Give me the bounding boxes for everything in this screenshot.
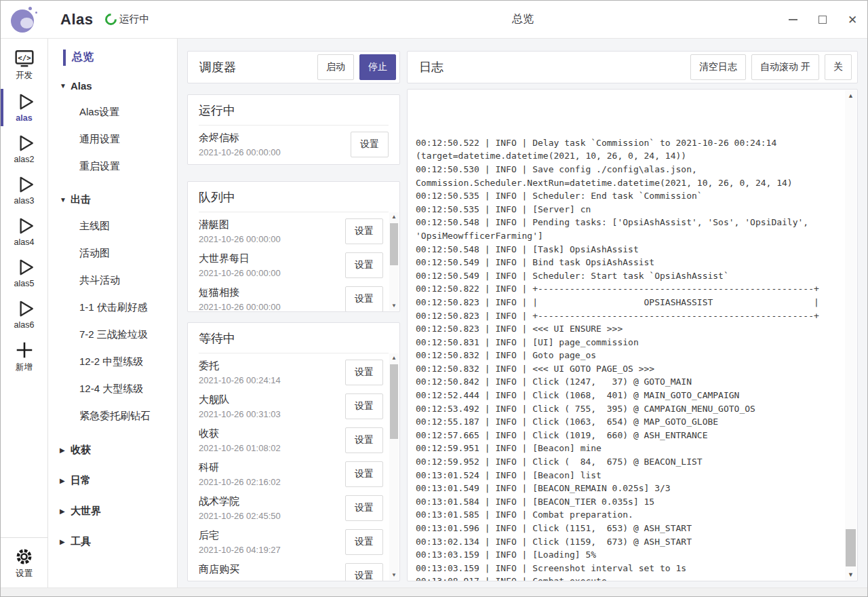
- autoscroll-off-button[interactable]: 关: [825, 54, 852, 80]
- task-setting-button[interactable]: 设置: [345, 252, 383, 278]
- rail-item-label: alas6: [14, 320, 35, 330]
- task-setting-button[interactable]: 设置: [345, 427, 383, 453]
- pending-title: 队列中: [188, 182, 399, 212]
- log-line: 00:13:01.549 | INFO | [BEACON_REMAIN 0.0…: [416, 482, 845, 495]
- close-icon: ✕: [848, 14, 857, 26]
- rail-settings-item[interactable]: 设置: [1, 542, 47, 586]
- instance-rail: </> 开发 alas alas2 alas3 alas4: [1, 39, 48, 588]
- menu-group-header[interactable]: ▼ Alas: [48, 73, 177, 98]
- plus-icon: [14, 340, 35, 360]
- menu-group-header[interactable]: ▶ 日常: [48, 470, 177, 490]
- task-setting-button[interactable]: 设置: [351, 132, 389, 157]
- rail-instance-item[interactable]: alas2: [1, 129, 47, 169]
- rail-item-label: 新增: [16, 362, 33, 373]
- close-button[interactable]: ✕: [837, 1, 867, 39]
- log-title: 日志: [419, 59, 690, 75]
- menu-item[interactable]: 7-2 三战捡垃圾: [48, 321, 177, 348]
- clear-log-button[interactable]: 清空日志: [690, 54, 746, 80]
- start-button[interactable]: 启动: [317, 54, 354, 80]
- rail-instance-item[interactable]: alas6: [1, 294, 47, 334]
- play-icon: [14, 92, 35, 112]
- play-icon: [14, 257, 35, 277]
- app-title: Alas: [60, 11, 93, 28]
- rail-instance-item[interactable]: alas5: [1, 253, 47, 293]
- log-line: 00:13:03.159 | INFO | Screenshot interva…: [416, 562, 845, 575]
- rail-instance-item[interactable]: 新增: [1, 336, 47, 378]
- scroll-down-icon[interactable]: ▼: [389, 571, 399, 580]
- menu-group-header[interactable]: ▶ 大世界: [48, 501, 177, 521]
- pending-card: 队列中 潜艇图 2021-10-26 00:00:00 设置 大世界每日: [187, 181, 400, 312]
- task-setting-button[interactable]: 设置: [345, 461, 383, 487]
- log-line: 00:13:01.584 | INFO | [BEACON_TIER 0.035…: [416, 495, 845, 509]
- log-line: 00:13:03.159 | INFO | [Loading] 5%: [416, 548, 845, 562]
- waiting-scrollbar[interactable]: ▲ ▼: [389, 353, 399, 580]
- window-controls: ✕: [778, 1, 867, 39]
- pending-scrollbar[interactable]: ▲ ▼: [389, 212, 399, 311]
- menu-item[interactable]: 活动图: [48, 239, 177, 267]
- tree-arrow-icon: ▼: [60, 196, 71, 204]
- menu-group-header[interactable]: ▶ 收获: [48, 440, 177, 460]
- rail-instance-item[interactable]: </> 开发: [1, 44, 47, 86]
- menu-group: ▶ 日常: [48, 470, 177, 490]
- menu-group-label: 大世界: [71, 505, 101, 518]
- task-setting-button[interactable]: 设置: [345, 563, 383, 581]
- rail-instance-item[interactable]: alas4: [1, 212, 47, 252]
- menu-group-label: 工具: [71, 535, 91, 548]
- log-line: Commission.Scheduler.NextRun=datetime.da…: [416, 176, 845, 190]
- menu-item[interactable]: 1-1 伏击刷好感: [48, 294, 177, 321]
- menu-item[interactable]: 共斗活动: [48, 267, 177, 294]
- log-line: 00:12:50.831 | INFO | [UI] page_commissi…: [416, 336, 845, 349]
- menu-item[interactable]: 12-2 中型练级: [48, 348, 177, 375]
- menu-item-overview[interactable]: 总览: [63, 50, 177, 66]
- menu-group-label: 出击: [71, 193, 91, 206]
- scrollbar-thumb[interactable]: [390, 364, 398, 439]
- tree-arrow-icon: ▶: [60, 538, 71, 545]
- rail-item-label: 开发: [16, 70, 33, 81]
- menu-item[interactable]: 12-4 大型练级: [48, 375, 177, 402]
- scroll-up-icon[interactable]: ▲: [389, 212, 399, 222]
- menu-item[interactable]: 通用设置: [48, 126, 177, 153]
- minimize-button[interactable]: [778, 1, 808, 39]
- scroll-up-icon[interactable]: ▲: [389, 353, 399, 363]
- log-line: 00:13:08.917 | INFO | Combat execute: [416, 575, 845, 581]
- rail-instance-item[interactable]: alas: [1, 88, 47, 128]
- scroll-up-icon[interactable]: ▲: [845, 90, 856, 101]
- app-window: Alas 运行中 总览 ✕ </> 开发 alas: [0, 0, 868, 597]
- menu-group-header[interactable]: ▼ 出击: [48, 187, 177, 212]
- rail-item-label: 设置: [16, 568, 33, 579]
- task-row: 委托 2021-10-26 00:24:14 设置: [188, 356, 399, 390]
- scheduler-title: 调度器: [199, 59, 317, 75]
- menu-group: ▼ Alas Alas设置通用设置重启设置: [48, 73, 177, 180]
- task-setting-button[interactable]: 设置: [345, 393, 383, 419]
- alas-logo-icon: [9, 5, 38, 34]
- task-setting-button[interactable]: 设置: [345, 218, 383, 244]
- task-setting-button[interactable]: 设置: [345, 286, 383, 311]
- play-icon: [14, 298, 35, 319]
- page-title: 总览: [178, 12, 867, 26]
- log-line: 00:12:50.549 | INFO | Bind task OpsiAshA…: [416, 256, 845, 269]
- tree-arrow-icon: ▼: [60, 82, 71, 90]
- log-content: 00:12:50.522 | INFO | Delay task `Commis…: [408, 90, 845, 581]
- task-setting-button[interactable]: 设置: [345, 529, 383, 555]
- menu-group-header[interactable]: ▶ 工具: [48, 531, 177, 552]
- maximize-button[interactable]: [808, 1, 837, 39]
- main-area: 调度器 启动 停止 运行中 余烬信标 2021-10-26 00:00:00: [178, 39, 867, 588]
- rail-item-label: alas2: [14, 155, 35, 164]
- menu-item[interactable]: 主线图: [48, 212, 177, 239]
- task-row: 后宅 2021-10-26 04:19:27 设置: [188, 526, 399, 560]
- task-setting-button[interactable]: 设置: [345, 495, 383, 521]
- scroll-down-icon[interactable]: ▼: [845, 569, 856, 580]
- menu-item[interactable]: 重启设置: [48, 153, 177, 180]
- scrollbar-thumb[interactable]: [390, 223, 398, 265]
- task-setting-button[interactable]: 设置: [345, 360, 383, 385]
- log-scrollbar[interactable]: ▲ ▼: [845, 90, 856, 580]
- rail-instance-item[interactable]: alas3: [1, 170, 47, 210]
- menu-item[interactable]: Alas设置: [48, 98, 177, 126]
- log-line: 00:12:55.187 | INFO | Click (1063, 654) …: [416, 415, 845, 429]
- stop-button[interactable]: 停止: [359, 54, 396, 80]
- autoscroll-on-button[interactable]: 自动滚动 开: [751, 54, 819, 80]
- menu-item[interactable]: 紧急委托刷钻石: [48, 402, 177, 429]
- scroll-down-icon[interactable]: ▼: [389, 301, 399, 311]
- scrollbar-thumb[interactable]: [846, 529, 856, 566]
- horizontal-scrollbar[interactable]: [1, 588, 867, 596]
